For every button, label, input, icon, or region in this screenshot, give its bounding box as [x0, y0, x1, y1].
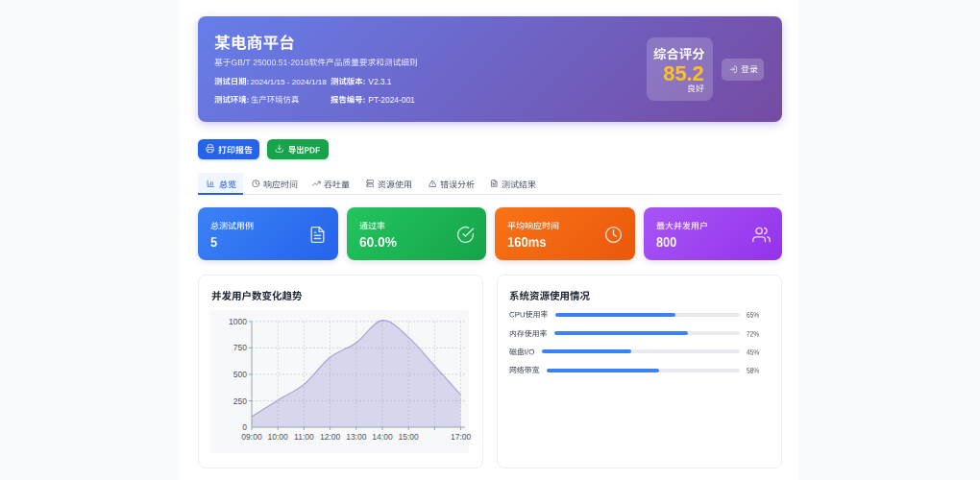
svg-text:500: 500 — [233, 370, 247, 379]
svg-text:250: 250 — [233, 396, 247, 406]
svg-text:11:00: 11:00 — [294, 432, 314, 442]
svg-text:10:00: 10:00 — [268, 432, 289, 442]
svg-text:0: 0 — [242, 422, 247, 432]
svg-text:2024/1/15 - 2024/1/18: 2024/1/15 - 2024/1/18 — [251, 78, 328, 86]
svg-text:15:00: 15:00 — [399, 432, 420, 442]
svg-text:14:00: 14:00 — [372, 432, 393, 442]
svg-text:13:00: 13:00 — [346, 432, 367, 442]
svg-text:750: 750 — [233, 343, 247, 352]
svg-text:PT-2024-001: PT-2024-001 — [368, 95, 415, 105]
svg-text:12:00: 12:00 — [320, 432, 341, 442]
svg-text:1000: 1000 — [229, 317, 247, 326]
svg-text:V2.3.1: V2.3.1 — [368, 77, 392, 86]
svg-text:17:00: 17:00 — [451, 432, 472, 442]
svg-text:09:00: 09:00 — [241, 432, 262, 442]
